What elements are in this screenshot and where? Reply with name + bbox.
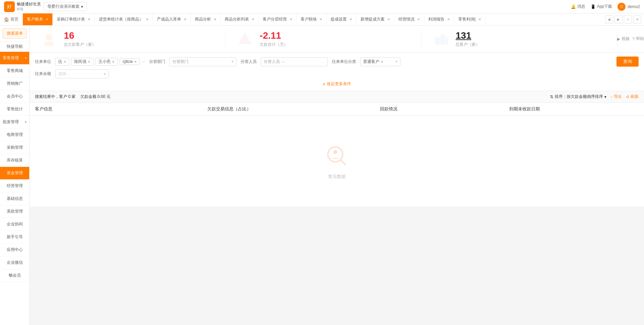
- message-btn[interactable]: 🔔 消息: [571, 4, 585, 9]
- sidebar-item-retail-mall[interactable]: 零售商城: [0, 65, 29, 77]
- sidebar-item-sys-mgmt[interactable]: 系统管理: [0, 205, 29, 218]
- tab-customer-ops-close[interactable]: ✕: [290, 17, 292, 21]
- sidebar-item-capital-mgmt[interactable]: 资金管理: [0, 167, 29, 180]
- stat-total-customers: 131 总客户（家）: [421, 30, 617, 48]
- dept-select[interactable]: 分管部门 ▾: [169, 57, 237, 66]
- empty-text: 暂无数据: [328, 174, 346, 180]
- tab-product-analysis[interactable]: 商品分析 ✕: [191, 13, 221, 26]
- sidebar-item-ecommerce-mgmt[interactable]: 电商管理: [0, 129, 29, 141]
- sidebar-item-member[interactable]: 畅会员: [0, 269, 29, 282]
- sidebar-item-marketing[interactable]: 营销推广: [0, 77, 29, 90]
- tab-profit-report[interactable]: 利润报告 ✕: [424, 13, 454, 26]
- tab-promotion-settings[interactable]: 提成设置 ✕: [327, 13, 356, 26]
- sidebar-item-inventory-check[interactable]: 库存核算: [0, 154, 29, 167]
- stat-customers-body: 131 总客户（家）: [456, 30, 480, 47]
- filter-tag-wu-remove[interactable]: ✕: [63, 60, 66, 64]
- filter-tag-wu[interactable]: 伍 ✕: [55, 58, 69, 66]
- tab-customer-ops[interactable]: 客户分层经营 ✕: [259, 13, 297, 26]
- nav-controls: ◀ ▶ ⤢ ✕: [602, 15, 644, 24]
- sidebar-item-purchase-mgmt[interactable]: 采购管理: [0, 141, 29, 154]
- sidebar-item-retail-mgmt[interactable]: 零售管理 ▾: [0, 52, 29, 65]
- nav-expand-btn[interactable]: ⤢: [624, 15, 632, 24]
- search-result-text: 搜索结果中，客户: [35, 94, 67, 99]
- video-btn[interactable]: ▶ 视频: [617, 36, 630, 42]
- tab-accounts-label: 客户账本: [27, 16, 43, 22]
- filter-tag-chen-remove[interactable]: ✕: [88, 60, 90, 64]
- sidebar-item-enterprise-coop[interactable]: 企业协同: [0, 218, 29, 231]
- tab-purchase-order-close[interactable]: ✕: [88, 17, 90, 21]
- tab-retail-profit-label: 零售利润(: [458, 16, 476, 22]
- account-selector[interactable]: 母婴行业演示账套 ▾: [44, 2, 87, 11]
- table-container: 客户信息 欠款交易信息（占比） 回款情况 到期未收款日期 暂无数据: [30, 103, 644, 207]
- svg-rect-5: [440, 35, 445, 45]
- sidebar-item-basic-info[interactable]: 基础信息: [0, 192, 29, 205]
- tab-retail-profit-close[interactable]: ✕: [478, 17, 481, 21]
- sidebar-quick-nav[interactable]: 快捷导航: [0, 42, 29, 52]
- tab-retail-profit[interactable]: 零售利润( ✕: [454, 13, 485, 26]
- tab-product-analysis-close[interactable]: ✕: [214, 17, 216, 21]
- sidebar-item-app-center[interactable]: 应用中心: [0, 244, 29, 256]
- sort-icon: ⇅: [550, 95, 553, 99]
- tab-new-promo[interactable]: 新增提成方案 ✕: [356, 13, 394, 26]
- tab-promotion-settings-close[interactable]: ✕: [349, 17, 352, 21]
- tab-customer-contact-close[interactable]: ✕: [319, 17, 322, 21]
- person-select[interactable]: 分管人员 ···: [261, 57, 328, 66]
- sidebar-item-wholesale-mgmt[interactable]: 批发管理 ▾: [0, 116, 29, 129]
- balance-select[interactable]: 选择... ▾: [55, 69, 109, 78]
- unit-type-select[interactable]: 普通客户 ✕ ▾: [360, 57, 400, 66]
- tab-customer-contact[interactable]: 客户联络 ✕: [297, 13, 327, 26]
- balance-select-placeholder: 选择...: [58, 71, 70, 77]
- tab-inbound-stats[interactable]: 进货单统计表（按商品） ✕: [95, 13, 153, 26]
- chevron-down-icon: ▾: [25, 120, 27, 124]
- collapse-btn[interactable]: ∧ 收起更多条件: [35, 81, 639, 87]
- nav-close-btn[interactable]: ✕: [633, 15, 641, 24]
- sidebar-item-enterprise-wechat[interactable]: 企业微信: [0, 256, 29, 269]
- nav-next-btn[interactable]: ▶: [614, 15, 622, 24]
- tab-inbound-stats-close[interactable]: ✕: [146, 17, 148, 21]
- result-actions: ⇅ 排序：按欠款金额倒序排序 ▾ ↑ 导出 ↺ 刷新: [550, 94, 639, 100]
- tab-biz-status[interactable]: 经营情况 ✕: [394, 13, 424, 26]
- logo-text-area: 畅捷通好生意 标版: [17, 2, 41, 11]
- tab-profit-report-close[interactable]: ✕: [447, 17, 450, 21]
- filter-tag-cjttcw[interactable]: cjttcw ✕: [120, 58, 140, 65]
- sort-label: 排序：按欠款金额倒序排序: [555, 94, 603, 100]
- tab-accounts[interactable]: 客户账本 ✕: [23, 13, 53, 26]
- sidebar-item-member-center[interactable]: 会员中心: [0, 90, 29, 103]
- filter-tag-wang[interactable]: 王小亮 ✕: [95, 58, 118, 66]
- tab-biz-status-close[interactable]: ✕: [417, 17, 420, 21]
- sidebar-item-ops-mgmt[interactable]: 经营管理: [0, 180, 29, 192]
- sidebar-search-btn[interactable]: 搜索菜单: [3, 28, 27, 39]
- message-label: 消息: [577, 4, 585, 9]
- tab-production[interactable]: 产成品入库单 ✕: [153, 13, 191, 26]
- unit-type-tag[interactable]: 普通客户 ✕: [363, 59, 383, 65]
- sort-btn[interactable]: ⇅ 排序：按欠款金额倒序排序 ▾: [550, 94, 606, 100]
- refresh-btn[interactable]: ↺ 刷新: [626, 94, 639, 100]
- export-btn[interactable]: ↑ 导出: [610, 94, 622, 100]
- sidebar-item-retail-stats[interactable]: 零售统计: [0, 103, 29, 116]
- stat-customers-label: 总客户（家）: [456, 42, 480, 47]
- unit-type-tag-remove[interactable]: ✕: [381, 60, 383, 64]
- filter-tag-cjttcw-remove[interactable]: ✕: [134, 60, 137, 64]
- stat-debt-icon: !: [235, 30, 254, 48]
- tab-product-list[interactable]: 商品分析列表 ✕: [221, 13, 259, 26]
- app-download-btn[interactable]: 📱 App下载: [591, 4, 612, 9]
- tab-new-promo-label: 新增提成方案: [360, 16, 385, 22]
- user-area[interactable]: D demo2: [617, 3, 640, 11]
- nav-prev-btn[interactable]: ◀: [605, 15, 613, 24]
- collapse-label: 收起更多条件: [327, 81, 351, 87]
- tab-purchase-order[interactable]: 采购订单统计表 ✕: [53, 13, 95, 26]
- query-button[interactable]: 查询: [616, 57, 639, 67]
- tab-accounts-close[interactable]: ✕: [46, 17, 48, 21]
- tab-home[interactable]: 🏠 首页: [0, 13, 23, 26]
- tab-biz-status-label: 经营情况: [398, 16, 415, 22]
- tab-product-list-close[interactable]: ✕: [252, 17, 254, 21]
- more-tags-btn[interactable]: ···: [142, 59, 145, 64]
- result-info: 搜索结果中，客户 0 家 欠款金额 0.00 元: [35, 94, 111, 100]
- filter-tag-wang-remove[interactable]: ✕: [112, 60, 115, 64]
- tab-new-promo-close[interactable]: ✕: [387, 17, 390, 21]
- tab-production-close[interactable]: ✕: [184, 17, 186, 21]
- sidebar-item-new-guide[interactable]: 新手引导: [0, 231, 29, 244]
- tab-purchase-order-label: 采购订单统计表: [57, 16, 85, 22]
- filter-tag-chen[interactable]: 陈民强 ✕: [71, 58, 93, 66]
- help-btn[interactable]: ? 帮助: [632, 36, 644, 42]
